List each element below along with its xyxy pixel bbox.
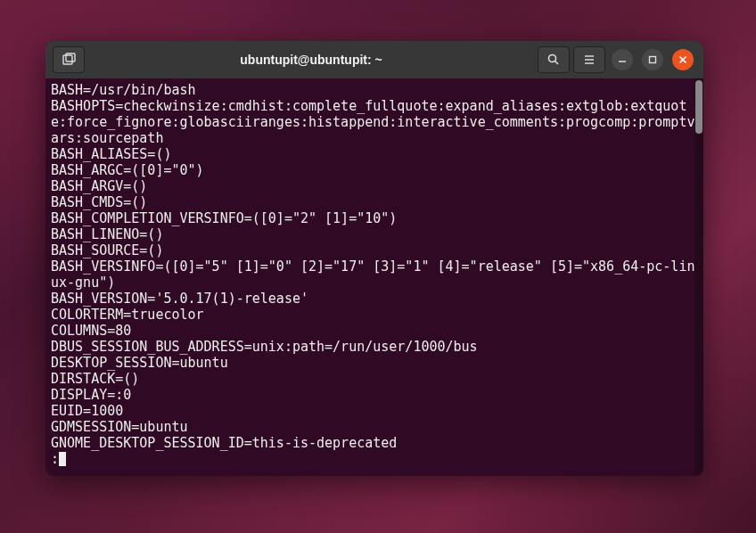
scrollbar-track[interactable]	[694, 78, 703, 476]
minimize-icon	[618, 55, 627, 64]
close-icon	[678, 55, 687, 64]
search-button[interactable]	[538, 46, 570, 73]
menu-button[interactable]	[573, 46, 605, 73]
terminal-window: ubuntupit@ubuntupit: ~	[45, 41, 703, 476]
prompt-line: :	[51, 451, 698, 467]
new-tab-icon	[62, 53, 76, 67]
prompt-text: :	[51, 451, 59, 467]
maximize-button[interactable]	[642, 49, 663, 70]
titlebar-right	[536, 46, 698, 73]
window-title: ubuntupit@ubuntupit: ~	[86, 53, 536, 67]
close-button[interactable]	[672, 49, 694, 70]
svg-line-3	[555, 62, 559, 65]
maximize-icon	[648, 55, 657, 64]
search-icon	[546, 53, 561, 67]
titlebar: ubuntupit@ubuntupit: ~	[45, 41, 703, 78]
svg-rect-0	[63, 55, 72, 64]
minimize-button[interactable]	[612, 49, 633, 70]
svg-rect-8	[650, 57, 656, 63]
svg-point-2	[549, 55, 556, 62]
cursor	[59, 452, 66, 466]
hamburger-icon	[582, 53, 596, 67]
new-tab-button[interactable]	[53, 46, 85, 73]
scrollbar-thumb[interactable]	[695, 80, 703, 134]
terminal-output: BASH=/usr/bin/bash BASHOPTS=checkwinsize…	[51, 82, 698, 451]
terminal-body[interactable]: BASH=/usr/bin/bash BASHOPTS=checkwinsize…	[45, 78, 703, 476]
